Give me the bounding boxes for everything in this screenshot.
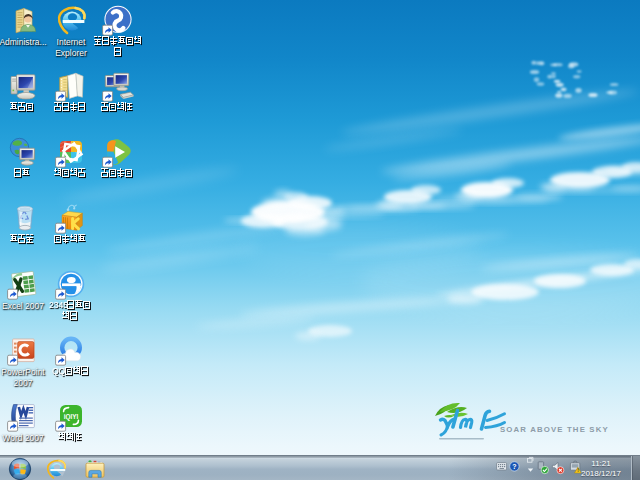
svg-text:SOAR ABOVE THE SKY: SOAR ABOVE THE SKY xyxy=(500,425,609,434)
svg-text:QQ: QQ xyxy=(52,366,66,376)
svg-text:2345: 2345 xyxy=(49,300,68,310)
svg-text:?: ? xyxy=(512,463,516,470)
